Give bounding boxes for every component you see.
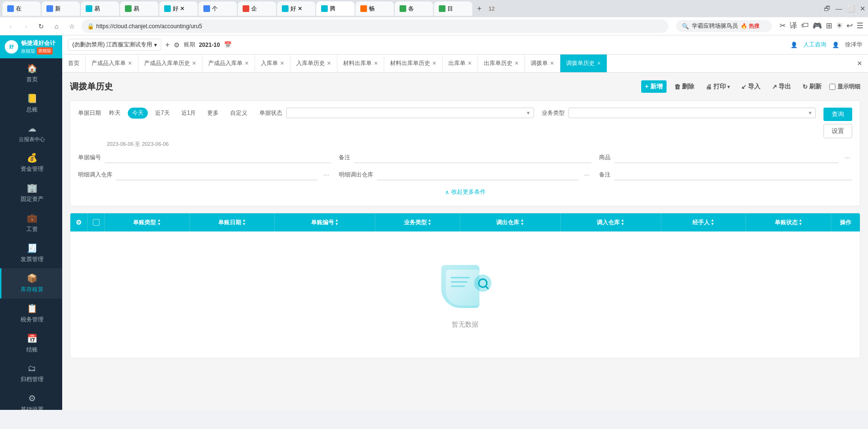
page-tab-transfer-hist[interactable]: 调拨单历史 ✕	[560, 55, 607, 73]
th-date[interactable]: 单账日期 ▲▼	[190, 213, 275, 231]
page-tab-in-order-hist[interactable]: 入库单历史 ✕	[290, 55, 337, 73]
delete-button[interactable]: 🗑 删除	[670, 80, 698, 93]
remark-input[interactable]	[354, 152, 592, 163]
home-nav-button[interactable]: ⌂	[51, 21, 62, 32]
sidebar-item-stock[interactable]: 📦 库存核算	[0, 268, 62, 298]
new-tab-button[interactable]: +	[477, 4, 481, 13]
close-out-order-hist-tab[interactable]: ✕	[514, 60, 519, 66]
goods-input[interactable]	[614, 152, 839, 163]
sidebar-item-invoice[interactable]: 🧾 发票管理	[0, 238, 62, 268]
tab-nav-close[interactable]: ✕	[851, 60, 868, 67]
star-button[interactable]: ☆	[66, 21, 78, 32]
close-transfer-tab[interactable]: ✕	[550, 60, 554, 66]
sidebar-item-assets[interactable]: 🏢 固定资产	[0, 178, 62, 208]
browser-tab-9[interactable]: 腾	[316, 1, 355, 16]
menu-icon[interactable]: ☰	[857, 21, 863, 31]
company-settings-icon[interactable]: ⚙	[174, 41, 180, 49]
biztype-dropdown[interactable]: ▾	[568, 108, 816, 118]
page-tab-transfer[interactable]: 调拨单 ✕	[525, 55, 560, 73]
sidebar-item-tax[interactable]: 📋 税务管理	[0, 298, 62, 329]
page-tab-product-in2[interactable]: 产成品入库单 ✕	[202, 55, 255, 73]
close-transfer-hist-tab[interactable]: ✕	[597, 60, 601, 66]
add-company-button[interactable]: +	[165, 41, 169, 49]
translate-icon[interactable]: 译	[790, 21, 797, 31]
close-in-order-hist-tab[interactable]: ✕	[327, 60, 331, 66]
maximize-button[interactable]: ⬜	[847, 5, 855, 12]
sidebar-item-report[interactable]: ☁ 云报表中心	[0, 119, 62, 148]
date-btn-7days[interactable]: 近7天	[151, 108, 174, 119]
header-checkbox[interactable]	[93, 219, 100, 226]
close-button[interactable]: ✕	[860, 5, 866, 12]
undo-icon[interactable]: ↩	[846, 21, 853, 31]
search-bar[interactable]: 🔍 学霸应聘场驱鸟员 🔥 热搜	[676, 20, 772, 32]
th-from-wh[interactable]: 调出仓库 ▲▼	[460, 213, 561, 231]
page-tab-in-order[interactable]: 入库单 ✕	[255, 55, 290, 73]
browser-tab-10[interactable]: 畅	[356, 1, 394, 16]
company-selector[interactable]: (勿删勿禁用) 江西服宝测试专用 ▾	[68, 39, 161, 51]
browser-tab-2[interactable]: 新	[42, 1, 80, 16]
th-biztype[interactable]: 业务类型 ▲▼	[375, 213, 460, 231]
page-tab-out-order-hist[interactable]: 出库单历史 ✕	[478, 55, 525, 73]
user-name[interactable]: 徐泽华	[845, 41, 862, 49]
th-type[interactable]: 单账类型 ▲▼	[105, 213, 190, 231]
browser-tab-6[interactable]: 个	[199, 1, 237, 16]
browser-tab-12[interactable]: 目	[434, 1, 472, 16]
import-button[interactable]: ↙ 导入	[737, 80, 764, 93]
sidebar-item-settings[interactable]: ⚙ 基础设置	[0, 388, 62, 410]
minimize-button[interactable]: —	[835, 5, 842, 12]
calendar-icon[interactable]: 📅	[224, 41, 232, 48]
browser-tab-4[interactable]: 易	[120, 1, 158, 16]
browser-tab-3[interactable]: 易	[81, 1, 119, 16]
close-in-order-tab[interactable]: ✕	[280, 60, 284, 66]
from-wh-input[interactable]	[116, 169, 318, 180]
game-icon[interactable]: 🎮	[812, 21, 822, 31]
from-wh-dots-button[interactable]: ···	[322, 171, 331, 178]
grid-icon[interactable]: ⊞	[826, 21, 832, 31]
display-toggle[interactable]: 显示明细	[829, 83, 860, 91]
date-btn-custom[interactable]: 自定义	[226, 108, 252, 119]
refresh-nav-button[interactable]: ↻	[35, 21, 47, 32]
th-settings[interactable]: ⚙	[70, 213, 88, 231]
refresh-button[interactable]: ↻ 刷新	[799, 80, 825, 93]
date-btn-today[interactable]: 今天	[128, 108, 148, 119]
page-tab-out-order[interactable]: 出库单 ✕	[443, 55, 478, 73]
support-text[interactable]: 人工咨询	[803, 41, 826, 49]
date-btn-more[interactable]: 更多	[203, 108, 223, 119]
browser-tab-7[interactable]: 企	[238, 1, 276, 16]
page-tab-mat-out[interactable]: 材料出库单 ✕	[337, 55, 384, 73]
forward-button[interactable]: ›	[20, 21, 32, 32]
status-dropdown[interactable]: ▾	[286, 108, 534, 118]
browser-tab-1[interactable]: 在	[2, 1, 41, 16]
sidebar-item-home[interactable]: 🏠 首页	[0, 58, 62, 88]
close-product-in-tab[interactable]: ✕	[128, 60, 132, 66]
close-out-order-tab[interactable]: ✕	[467, 60, 472, 66]
sidebar-item-payroll[interactable]: 💼 工资	[0, 208, 62, 238]
to-wh-dots-button[interactable]: ···	[582, 171, 592, 178]
page-tab-product-in-hist[interactable]: 产成品入库单历史 ✕	[138, 55, 202, 73]
query-button[interactable]: 查询	[823, 108, 852, 121]
back-button[interactable]: ‹	[5, 21, 16, 32]
scissors-icon[interactable]: ✂	[779, 21, 786, 31]
sidebar-item-closing[interactable]: 📅 结账	[0, 329, 62, 359]
new-button[interactable]: + 新增	[641, 80, 667, 93]
export-button[interactable]: ↗ 导出	[768, 80, 795, 93]
brightness-icon[interactable]: ☀	[836, 21, 843, 31]
sidebar-item-archive[interactable]: 🗂 归档管理	[0, 359, 62, 388]
th-to-wh[interactable]: 调入仓库 ▲▼	[561, 213, 661, 231]
browser-tab-5[interactable]: 好 ✕	[159, 1, 198, 16]
page-tab-home[interactable]: 首页	[62, 55, 86, 73]
close-product-in-hist-tab[interactable]: ✕	[192, 60, 196, 66]
browser-tab-11[interactable]: 各	[395, 1, 433, 16]
collapse-button[interactable]: ∧ 收起更多条件	[442, 185, 489, 199]
goods-dots-button[interactable]: ···	[843, 154, 852, 161]
th-number[interactable]: 单账编号 ▲▼	[275, 213, 375, 231]
sidebar-item-funds[interactable]: 💰 资金管理	[0, 148, 62, 178]
coupon-icon[interactable]: 🏷	[801, 21, 809, 31]
display-toggle-checkbox[interactable]	[829, 84, 835, 90]
date-btn-yesterday[interactable]: 昨天	[105, 108, 125, 119]
th-status[interactable]: 单账状态 ▲▼	[746, 213, 831, 231]
date-btn-1month[interactable]: 近1月	[177, 108, 200, 119]
print-button[interactable]: 🖨 打印 ▾	[702, 80, 734, 93]
page-tab-product-in[interactable]: 产成品入库单 ✕	[86, 55, 138, 73]
close-mat-out-hist-tab[interactable]: ✕	[432, 60, 436, 66]
